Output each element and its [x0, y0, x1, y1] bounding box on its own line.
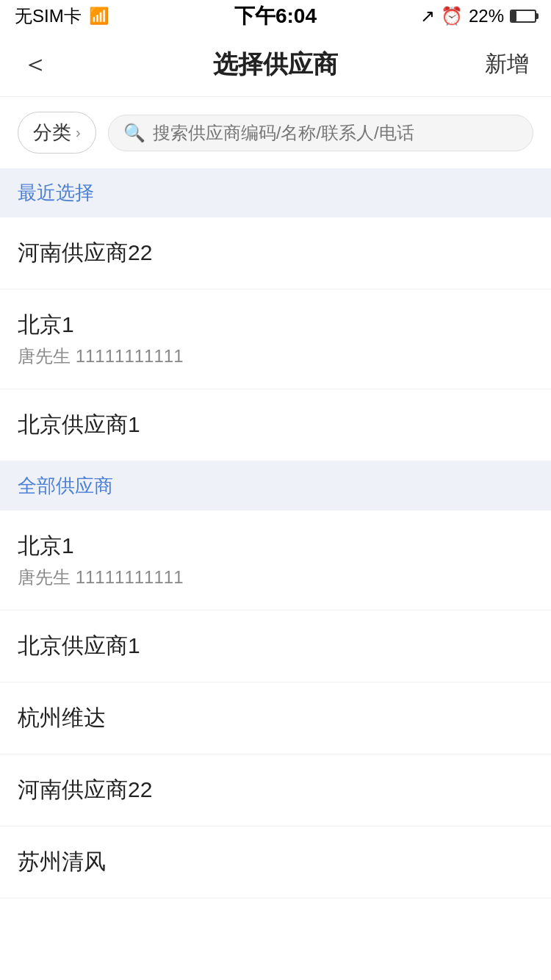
- battery-icon: [510, 10, 536, 23]
- status-right: ↗ ⏰ 22%: [420, 6, 536, 26]
- wifi-icon: 📶: [89, 7, 109, 26]
- category-label: 分类: [33, 120, 71, 145]
- list-item[interactable]: 北京供应商1: [0, 610, 551, 682]
- list-item[interactable]: 河南供应商22: [0, 217, 551, 289]
- status-time: 下午6:04: [234, 2, 317, 30]
- page-title: 选择供应商: [213, 48, 338, 82]
- chevron-right-icon: ›: [76, 124, 81, 141]
- back-button[interactable]: ＜: [22, 46, 66, 82]
- item-sub: 唐先生 11111111111: [18, 345, 533, 368]
- item-name: 苏州清风: [18, 847, 533, 877]
- location-icon: ↗: [420, 6, 435, 26]
- item-name: 北京1: [18, 310, 533, 340]
- list-item[interactable]: 河南供应商22: [0, 754, 551, 826]
- item-name: 河南供应商22: [18, 238, 533, 268]
- item-name: 杭州维达: [18, 703, 533, 733]
- status-left: 无SIM卡 📶: [15, 4, 109, 28]
- filter-bar: 分类 › 🔍: [0, 97, 551, 168]
- status-bar: 无SIM卡 📶 下午6:04 ↗ ⏰ 22%: [0, 0, 551, 32]
- search-box: 🔍: [108, 115, 533, 151]
- search-icon: 🔍: [123, 123, 145, 143]
- category-button[interactable]: 分类 ›: [18, 112, 96, 154]
- nav-bar: ＜ 选择供应商 新增: [0, 32, 551, 97]
- recent-section-header: 最近选择: [0, 168, 551, 217]
- item-name: 北京供应商1: [18, 631, 533, 661]
- item-name: 北京供应商1: [18, 410, 533, 440]
- alarm-icon: ⏰: [441, 6, 463, 26]
- list-item[interactable]: 北京供应商1: [0, 389, 551, 461]
- all-list: 北京1唐先生 11111111111北京供应商1杭州维达河南供应商22苏州清风: [0, 511, 551, 898]
- all-section-header: 全部供应商: [0, 461, 551, 511]
- search-input[interactable]: [153, 123, 518, 143]
- list-item[interactable]: 杭州维达: [0, 682, 551, 754]
- list-item[interactable]: 北京1唐先生 11111111111: [0, 511, 551, 610]
- item-name: 河南供应商22: [18, 775, 533, 805]
- battery-percent: 22%: [469, 6, 504, 26]
- item-sub: 唐先生 11111111111: [18, 566, 533, 589]
- carrier-text: 无SIM卡: [15, 4, 82, 28]
- list-item[interactable]: 北京1唐先生 11111111111: [0, 289, 551, 389]
- item-name: 北京1: [18, 531, 533, 561]
- list-item[interactable]: 苏州清风: [0, 826, 551, 898]
- add-button[interactable]: 新增: [485, 49, 529, 79]
- recent-list: 河南供应商22北京1唐先生 11111111111北京供应商1: [0, 217, 551, 461]
